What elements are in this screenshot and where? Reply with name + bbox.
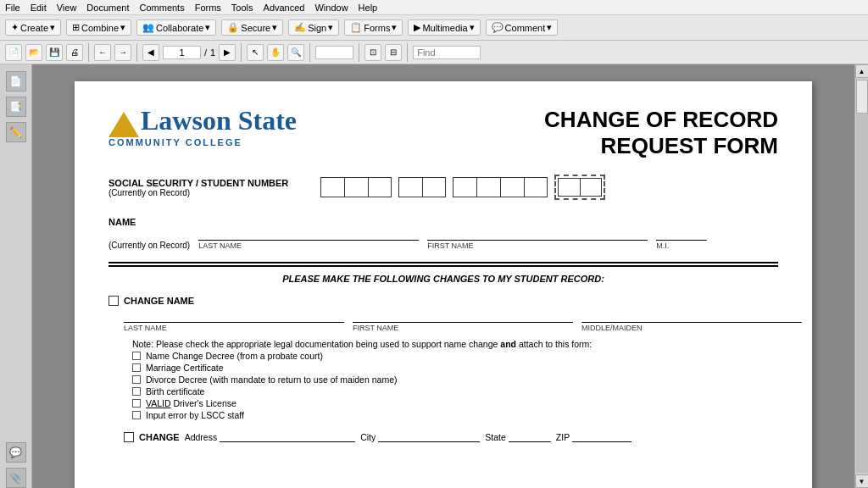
state-field: State xyxy=(485,430,551,442)
mi-input[interactable] xyxy=(656,229,707,241)
ssn-box-4[interactable] xyxy=(398,177,422,197)
forms-button[interactable]: 📋 Forms ▾ xyxy=(344,19,403,36)
change-name-checkbox[interactable] xyxy=(108,296,119,306)
change-address-checkbox[interactable] xyxy=(124,432,134,442)
change-address-label: CHANGE xyxy=(139,432,180,442)
state-input[interactable] xyxy=(509,430,551,442)
bullet-checkbox-2[interactable] xyxy=(132,363,141,372)
collaborate-icon: 👥 xyxy=(142,22,154,33)
menu-file[interactable]: File xyxy=(5,3,20,13)
change-first-input[interactable] xyxy=(353,311,573,323)
hand-tool-button[interactable]: ✋ xyxy=(267,44,284,61)
go-back-button[interactable]: ← xyxy=(94,44,111,61)
ssn-label-block: SOCIAL SECURITY / STUDENT NUMBER (Curren… xyxy=(108,178,303,197)
address-input[interactable] xyxy=(220,430,355,442)
ssn-box-5[interactable] xyxy=(422,177,446,197)
city-input[interactable] xyxy=(378,430,480,442)
ssn-box-1[interactable] xyxy=(320,177,344,197)
menu-edit[interactable]: Edit xyxy=(31,3,47,13)
page-number-input[interactable] xyxy=(163,46,201,59)
zip-input[interactable] xyxy=(572,430,632,442)
menu-view[interactable]: View xyxy=(57,3,77,13)
menu-help[interactable]: Help xyxy=(359,3,378,13)
save-button[interactable]: 💾 xyxy=(46,44,63,61)
bullet-2: Marriage Certificate xyxy=(132,363,778,373)
open-button[interactable]: 📂 xyxy=(25,44,42,61)
ssn-last-box-1[interactable] xyxy=(558,178,580,197)
notes-section: Note: Please check the appropriate legal… xyxy=(132,339,778,420)
sep6 xyxy=(407,43,408,62)
bullet-checkbox-6[interactable] xyxy=(132,411,141,419)
create-button[interactable]: ✦ Create ▾ xyxy=(5,19,61,36)
page-next-button[interactable]: ▶ xyxy=(219,44,236,61)
ssn-box-2[interactable] xyxy=(344,177,368,197)
combine-button[interactable]: ⊞ Combine ▾ xyxy=(66,19,131,36)
ssn-box-6[interactable] xyxy=(453,177,476,197)
ssn-section: SOCIAL SECURITY / STUDENT NUMBER (Curren… xyxy=(108,175,778,200)
sidebar-bookmarks-icon[interactable]: 📑 xyxy=(6,97,26,117)
collaborate-button[interactable]: 👥 Collaborate ▾ xyxy=(136,19,216,36)
mi-label: M.I. xyxy=(656,241,669,250)
zoom-in-button[interactable]: 🔍 xyxy=(287,44,304,61)
page-prev-button[interactable]: ◀ xyxy=(142,44,159,61)
menu-document[interactable]: Document xyxy=(86,3,129,13)
sign-button[interactable]: ✍ Sign ▾ xyxy=(288,19,339,36)
city-label: City xyxy=(360,432,376,442)
changes-notice: PLEASE MAKE THE FOLLOWING CHANGES TO MY … xyxy=(108,274,778,284)
go-forward-button[interactable]: → xyxy=(114,44,131,61)
fit-width-button[interactable]: ⊟ xyxy=(385,44,402,61)
change-name-header: CHANGE NAME xyxy=(108,296,778,306)
forms-icon: 📋 xyxy=(350,22,362,33)
document-area[interactable]: Lawson State COMMUNITY COLLEGE CHANGE OF… xyxy=(32,64,854,488)
secure-button[interactable]: 🔒 Secure ▾ xyxy=(221,19,283,36)
change-middle-input[interactable] xyxy=(581,311,802,323)
bullet-checkbox-3[interactable] xyxy=(132,375,141,384)
multimedia-button[interactable]: ▶ Multimedia ▾ xyxy=(408,19,480,36)
last-name-input[interactable] xyxy=(198,229,419,241)
bullet-checkbox-1[interactable] xyxy=(132,352,141,360)
fit-page-button[interactable]: ⊡ xyxy=(364,44,381,61)
scroll-up-button[interactable]: ▲ xyxy=(855,64,869,78)
menu-window[interactable]: Window xyxy=(314,3,348,13)
scrollbar-thumb[interactable] xyxy=(856,80,868,114)
note-bold: and xyxy=(500,339,516,349)
sidebar-pages-icon[interactable]: 📄 xyxy=(6,71,26,92)
new-doc-button[interactable]: 📄 xyxy=(5,44,22,61)
first-name-input[interactable] xyxy=(427,229,648,241)
menu-comments[interactable]: Comments xyxy=(140,3,185,13)
secure-chevron: ▾ xyxy=(272,22,277,33)
scroll-down-button[interactable]: ▼ xyxy=(855,474,869,488)
comment-icon: 💬 xyxy=(492,22,504,33)
sidebar-comments-icon[interactable]: 💬 xyxy=(6,442,26,463)
form-title: CHANGE OF RECORD REQUEST FORM xyxy=(544,107,778,159)
change-middle-label: MIDDLE/MAIDEN xyxy=(581,324,643,332)
sidebar-attachments-icon[interactable]: 📎 xyxy=(6,468,26,488)
search-input[interactable] xyxy=(413,46,481,59)
zoom-input[interactable]: 125% xyxy=(315,46,353,59)
bullet-checkbox-4[interactable] xyxy=(132,387,141,396)
note-suffix: attach to this form: xyxy=(519,339,592,349)
address-label: Address xyxy=(185,432,218,442)
select-tool-button[interactable]: ↖ xyxy=(247,44,264,61)
menu-tools[interactable]: Tools xyxy=(231,3,253,13)
sign-icon: ✍ xyxy=(294,22,306,33)
collaborate-chevron: ▾ xyxy=(205,22,210,33)
print-button[interactable]: 🖨 xyxy=(66,44,83,61)
ssn-box-8[interactable] xyxy=(500,177,524,197)
change-last-input[interactable] xyxy=(124,311,344,323)
ssn-box-3[interactable] xyxy=(368,177,392,197)
comment-button[interactable]: 💬 Comment ▾ xyxy=(486,19,559,36)
menu-advanced[interactable]: Advanced xyxy=(264,3,305,13)
change-middle-field: MIDDLE/MAIDEN xyxy=(581,311,802,332)
sidebar-signatures-icon[interactable]: ✏️ xyxy=(6,122,26,142)
scrollbar-track[interactable] xyxy=(856,80,868,473)
bullet-checkbox-5[interactable] xyxy=(132,399,141,408)
city-field: City xyxy=(360,430,480,442)
ssn-box-7[interactable] xyxy=(476,177,500,197)
ssn-box-9[interactable] xyxy=(524,177,548,197)
ssn-last-box-2[interactable] xyxy=(580,178,602,197)
menu-forms[interactable]: Forms xyxy=(195,3,221,13)
first-name-field: FIRST NAME xyxy=(427,229,648,250)
page-header: Lawson State COMMUNITY COLLEGE CHANGE OF… xyxy=(108,107,778,159)
toolbar-2: 📄 📂 💾 🖨 ← → ◀ / 1 ▶ ↖ ✋ 🔍 125% ⊡ ⊟ xyxy=(0,41,868,64)
